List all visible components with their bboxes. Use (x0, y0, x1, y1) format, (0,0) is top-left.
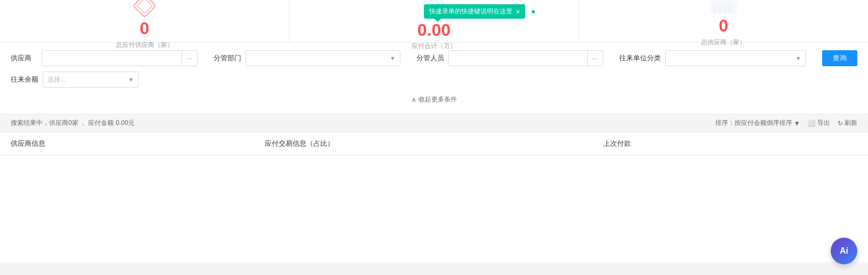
collapse-button[interactable]: ∧ 收起更多条件 (11, 93, 857, 109)
svg-rect-0 (133, 0, 155, 18)
refresh-button[interactable]: ↻ 刷新 (838, 119, 857, 128)
supplier-input-wrapper[interactable]: ··· (42, 50, 198, 66)
dept-label: 分管部门 (214, 53, 241, 63)
dept-select[interactable]: ▼ (246, 50, 400, 66)
filter-person: 分管人员 ··· (416, 50, 603, 66)
shortcut-tooltip: 快速录单的快捷键说明在这里 × (424, 4, 525, 19)
collapse-arrow-icon: ∧ (412, 96, 416, 104)
tooltip-dot (531, 9, 536, 14)
stat-payable-total: 快速录单的快捷键说明在这里 × 0.00 应付合计（万） (289, 0, 579, 42)
results-amount: 应付金额 0.00元 (88, 119, 135, 127)
unit-class-arrow-icon: ▼ (795, 55, 801, 61)
unit-class-label: 往来单位分类 (619, 53, 661, 63)
bank-icon (707, 0, 739, 17)
diamond-icon (131, 0, 158, 19)
stat-total-payable: 0 总应付供应商（家） (0, 0, 289, 42)
export-label: 导出 (817, 119, 830, 128)
table-header: 供应商信息 应付交易信息（占比） 上次付款 (0, 132, 868, 155)
sort-arrow-icon: ▼ (794, 120, 800, 127)
supplier-input[interactable] (42, 51, 182, 66)
person-input-wrapper[interactable]: ··· (448, 50, 603, 66)
export-button[interactable]: ⬜ 导出 (808, 119, 830, 128)
person-dots-btn[interactable]: ··· (587, 51, 603, 66)
refresh-label: 刷新 (845, 119, 857, 128)
collapse-text: 收起更多条件 (419, 95, 457, 104)
stat-suppliers-number: 0 (719, 17, 728, 35)
filter-balance: 往来余额 选择... ▼ (11, 72, 171, 88)
results-text: 搜索结果中，供应商0家 (11, 119, 78, 127)
stat-total-suppliers: 0 总供应商（家） (579, 0, 868, 42)
filter-unit-class: 往来单位分类 ▼ (619, 50, 806, 66)
results-actions: 排序：按应付会额倒序排序 ▼ ⬜ 导出 ↻ 刷新 (715, 119, 857, 128)
balance-select-text: 选择... (48, 75, 128, 84)
supplier-label: 供应商 (11, 53, 37, 63)
query-button[interactable]: 查询 (822, 50, 857, 66)
tooltip-close-btn[interactable]: × (516, 8, 520, 15)
balance-label: 往来余额 (11, 75, 38, 84)
top-stats-bar: 0 总应付供应商（家） 快速录单的快捷键说明在这里 × 0.00 应付合计（万） (0, 0, 868, 43)
diamond-icon-area (131, 0, 158, 19)
svg-rect-9 (723, 5, 727, 12)
svg-marker-11 (710, 0, 737, 2)
filter-dept: 分管部门 ▼ (214, 50, 400, 66)
tooltip-text: 快速录单的快捷键说明在这里 (429, 7, 512, 16)
filter-supplier: 供应商 ··· (11, 50, 198, 66)
results-bar: 搜索结果中，供应商0家 ， 应付金额 0.00元 排序：按应付会额倒序排序 ▼ … (0, 114, 868, 132)
sort-label: 排序：按应付会额倒序排序 (715, 119, 792, 128)
filter-area: 供应商 ··· 分管部门 ▼ 分管人员 ··· 往来单位分 (0, 43, 868, 114)
table-col-transaction: 应付交易信息（占比） (265, 139, 603, 148)
stat-total-label: 应付合计（万） (412, 42, 456, 51)
results-separator: ， (80, 119, 86, 127)
svg-rect-6 (710, 2, 737, 4)
person-label: 分管人员 (416, 53, 444, 63)
table-body (0, 155, 868, 262)
ai-button[interactable]: Ai (831, 238, 857, 262)
stat-payable-number: 0 (140, 19, 149, 38)
balance-select[interactable]: 选择... ▼ (43, 72, 139, 88)
svg-rect-10 (729, 5, 732, 12)
results-info: 搜索结果中，供应商0家 ， 应付金额 0.00元 (11, 119, 135, 128)
person-input[interactable] (449, 51, 587, 66)
refresh-icon: ↻ (838, 120, 843, 127)
export-icon: ⬜ (808, 120, 816, 127)
filter-row-2: 往来余额 选择... ▼ (11, 72, 857, 88)
dept-arrow-icon: ▼ (390, 55, 396, 61)
stat-suppliers-label: 总供应商（家） (701, 38, 746, 47)
svg-rect-7 (713, 5, 716, 12)
table-col-last-payment: 上次付款 (603, 139, 857, 148)
svg-rect-8 (718, 5, 721, 12)
table-col-supplier-info: 供应商信息 (11, 139, 265, 148)
stat-total-number: 0.00 (417, 21, 451, 40)
filter-row-1: 供应商 ··· 分管部门 ▼ 分管人员 ··· 往来单位分 (11, 50, 857, 66)
stat-payable-label: 总应付供应商（家） (116, 41, 173, 50)
balance-arrow-icon: ▼ (128, 76, 134, 83)
unit-class-select[interactable]: ▼ (665, 50, 806, 66)
bank-icon-area (707, 0, 739, 17)
supplier-dots-btn[interactable]: ··· (182, 51, 197, 66)
sort-dropdown[interactable]: 排序：按应付会额倒序排序 ▼ (715, 119, 800, 128)
